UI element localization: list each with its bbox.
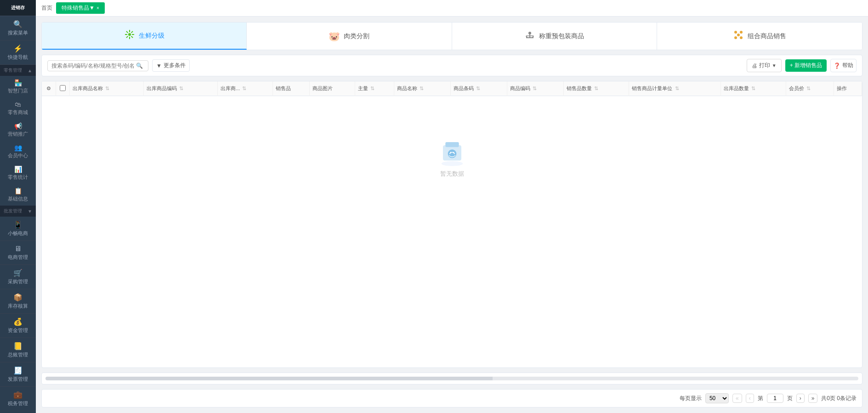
filter-icon: ▼ xyxy=(156,63,162,69)
svg-point-20 xyxy=(441,161,463,166)
svg-point-16 xyxy=(740,31,743,34)
invoice-icon: 🧾 xyxy=(13,366,23,375)
th-member-price[interactable]: 会员价 ⇅ xyxy=(786,81,834,96)
th-checkbox[interactable] xyxy=(56,81,69,96)
tab-label: 特殊销售品▼ xyxy=(62,4,95,12)
empty-state: 暂无数据 xyxy=(42,96,862,215)
sidebar-item-basic-info[interactable]: 📋 基础信息 xyxy=(0,184,36,206)
money-icon: 💰 xyxy=(13,317,23,326)
page-label: 第 xyxy=(758,395,763,402)
sidebar-logo: 进销存 xyxy=(0,0,36,16)
per-page-select[interactable]: 50 10 20 100 xyxy=(705,393,729,403)
sidebar-item-invoice[interactable]: 🧾 发票管理 xyxy=(0,362,36,387)
sidebar: 进销存 🔍 搜索菜单 ⚡ 快捷导航 零售管理 ▲ 🏪 智慧门店 🛍 零售商城 📢… xyxy=(0,0,36,413)
box-icon: 📦 xyxy=(13,293,23,302)
mall-icon: 🛍 xyxy=(15,101,21,108)
select-all-checkbox[interactable] xyxy=(60,85,66,91)
th-sale-qty[interactable]: 销售品数量 ⇅ xyxy=(564,81,629,96)
sidebar-item-mini-ecom[interactable]: 📱 小畅电商 xyxy=(0,217,36,241)
prev-page-button[interactable]: ‹ xyxy=(746,394,754,403)
scroll-area xyxy=(41,373,862,384)
main-area: 首页 特殊销售品▼ × xyxy=(36,0,868,413)
horizontal-scrollbar[interactable] xyxy=(45,377,858,380)
th-setting[interactable]: ⚙ xyxy=(42,81,56,96)
toolbar-right: 🖨 打印 ▼ + 新增销售品 ❓ 帮助 xyxy=(747,59,857,72)
stats-icon: 📊 xyxy=(14,166,22,173)
scale-icon xyxy=(524,29,535,43)
help-icon: ❓ xyxy=(834,63,840,69)
th-action: 操作 xyxy=(834,81,862,96)
sidebar-item-members[interactable]: 👥 会员中心 xyxy=(0,141,36,162)
sidebar-item-label: 快捷导航 xyxy=(8,54,28,61)
tab-combo-sale[interactable]: 组合商品销售 xyxy=(657,23,862,50)
toolbar: 🔍 ▼ 更多条件 🖨 打印 ▼ + 新增销售品 ❓ 帮助 xyxy=(41,55,862,76)
sidebar-item-retail-mall[interactable]: 🛍 零售商城 xyxy=(0,98,36,119)
sidebar-item-ecom-mgmt[interactable]: 🖥 电商管理 xyxy=(0,241,36,265)
svg-point-9 xyxy=(528,32,531,34)
page-input[interactable] xyxy=(767,394,783,403)
print-label: 打印 xyxy=(759,62,770,69)
sidebar-item-finance[interactable]: 💰 资金管理 xyxy=(0,314,36,338)
filter-button[interactable]: ▼ 更多条件 xyxy=(152,59,190,72)
svg-point-15 xyxy=(734,31,737,34)
th-out-name[interactable]: 出库商品名称 ⇅ xyxy=(69,81,143,96)
tab-fresh-grade[interactable]: 生鲜分级 xyxy=(42,23,247,50)
th-barcode[interactable]: 商品条码 ⇅ xyxy=(450,81,507,96)
fresh-icon xyxy=(124,29,135,42)
sidebar-item-label: 智慧门店 xyxy=(8,87,28,94)
sidebar-item-quick[interactable]: ⚡ 快捷导航 xyxy=(0,40,36,65)
tab-meat-cut[interactable]: 🐷 肉类分割 xyxy=(247,23,452,50)
combo-icon xyxy=(733,29,744,43)
home-breadcrumb[interactable]: 首页 xyxy=(41,4,52,12)
sidebar-item-retail-stats[interactable]: 📊 零售统计 xyxy=(0,162,36,184)
per-page-label: 每页显示 xyxy=(680,395,702,402)
tax-icon: 💼 xyxy=(13,390,23,399)
toolbar-left: 🔍 ▼ 更多条件 xyxy=(47,59,190,72)
sidebar-item-ledger[interactable]: 📒 总账管理 xyxy=(0,338,36,362)
sidebar-item-purchase[interactable]: 🛒 采购管理 xyxy=(0,265,36,289)
th-unit[interactable]: 销售商品计量单位 ⇅ xyxy=(629,81,720,96)
help-button[interactable]: ❓ 帮助 xyxy=(830,59,857,72)
last-page-button[interactable]: » xyxy=(808,394,818,403)
page-suffix: 页 xyxy=(787,395,793,402)
sidebar-item-fixed-assets[interactable]: 🏢 固定资产 xyxy=(0,411,36,413)
th-out-spec[interactable]: 出库商... ⇅ xyxy=(218,81,273,96)
th-out-code[interactable]: 出库商品编码 ⇅ xyxy=(143,81,217,96)
sidebar-item-sales-promo[interactable]: 📢 营销推广 xyxy=(0,119,36,141)
sidebar-item-search[interactable]: 🔍 搜索菜单 xyxy=(0,16,36,40)
th-sale-item: 销售品 xyxy=(273,81,310,96)
first-page-button[interactable]: « xyxy=(732,394,742,403)
search-wrap[interactable]: 🔍 xyxy=(47,60,148,71)
empty-text: 暂无数据 xyxy=(440,170,464,178)
content-area: 生鲜分级 🐷 肉类分割 称重预包装商品 xyxy=(36,17,868,413)
sidebar-item-smart-store[interactable]: 🏪 智慧门店 xyxy=(0,76,36,98)
search-input[interactable] xyxy=(51,63,134,69)
th-weight[interactable]: 主量 ⇅ xyxy=(355,81,394,96)
members-icon: 👥 xyxy=(14,144,22,151)
category-tabs: 生鲜分级 🐷 肉类分割 称重预包装商品 xyxy=(41,22,862,50)
th-out-qty[interactable]: 出库品数量 ⇅ xyxy=(720,81,786,96)
sidebar-section-retail[interactable]: 零售管理 ▲ xyxy=(0,65,36,76)
sidebar-item-inventory[interactable]: 📦 库存核算 xyxy=(0,289,36,314)
sidebar-section-wholesale[interactable]: 批发管理 ▼ xyxy=(0,206,36,217)
tab-label: 肉类分割 xyxy=(344,32,369,40)
search-icon: 🔍 xyxy=(136,63,143,69)
lightning-icon: ⚡ xyxy=(13,44,23,53)
tab-weigh-pack[interactable]: 称重预包装商品 xyxy=(452,23,657,50)
chevron-up-icon: ▲ xyxy=(28,68,32,73)
close-icon[interactable]: × xyxy=(96,6,99,11)
print-button[interactable]: 🖨 打印 ▼ xyxy=(747,59,782,72)
next-page-button[interactable]: › xyxy=(796,394,805,403)
th-item-name[interactable]: 商品名称 ⇅ xyxy=(394,81,450,96)
sidebar-item-tax[interactable]: 💼 税务管理 xyxy=(0,387,36,411)
th-item-code[interactable]: 商品编码 ⇅ xyxy=(507,81,564,96)
sidebar-item-label: 营销推广 xyxy=(8,131,28,138)
active-tab[interactable]: 特殊销售品▼ × xyxy=(56,2,105,14)
svg-point-24 xyxy=(450,152,451,153)
new-sale-item-button[interactable]: + 新增销售品 xyxy=(785,59,827,72)
svg-line-6 xyxy=(131,36,133,38)
mobile-icon: 📱 xyxy=(13,220,23,229)
sidebar-item-label: 基础信息 xyxy=(8,195,28,202)
total-label: 共0页 0条记录 xyxy=(821,395,857,402)
svg-point-25 xyxy=(453,152,454,153)
